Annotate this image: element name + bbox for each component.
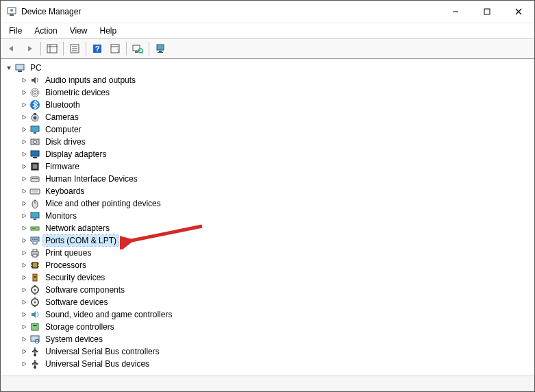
toolbar-separator: [86, 42, 86, 56]
expand-arrow-icon[interactable]: [20, 175, 28, 183]
expand-arrow-icon[interactable]: [20, 261, 28, 269]
svg-rect-19: [135, 51, 138, 53]
svg-point-83: [32, 351, 34, 352]
titlebar: Device Manager: [1, 1, 534, 23]
tree-node-cpu[interactable]: Processors: [2, 259, 534, 271]
tree-node-label: Mice and other pointing devices: [43, 198, 163, 209]
menu-file[interactable]: File: [3, 25, 27, 37]
expand-arrow-icon[interactable]: [20, 323, 28, 331]
tree-node-audio[interactable]: Audio inputs and outputs: [2, 74, 534, 86]
tree-node-usb[interactable]: Universal Serial Bus controllers: [2, 345, 534, 358]
tree-node-hid[interactable]: Human Interface Devices: [2, 173, 534, 185]
expand-arrow-icon[interactable]: [5, 64, 13, 72]
tree-node-label: Universal Serial Bus controllers: [43, 346, 162, 357]
toolbar-separator: [149, 42, 149, 56]
svg-rect-7: [47, 45, 57, 53]
expand-arrow-icon[interactable]: [20, 224, 28, 232]
expand-arrow-icon[interactable]: [20, 162, 28, 171]
monitor-icon: [29, 124, 40, 135]
back-button[interactable]: [3, 40, 20, 57]
svg-rect-44: [34, 178, 36, 179]
tree-node-keyboard[interactable]: Keyboards: [2, 185, 534, 197]
expand-arrow-icon[interactable]: [20, 88, 28, 97]
expand-arrow-icon[interactable]: [20, 273, 28, 282]
tree-node-label: Storage controllers: [43, 321, 116, 332]
tree-node-label: Firmware: [43, 161, 82, 172]
expand-arrow-icon[interactable]: [20, 298, 28, 306]
svg-rect-23: [159, 51, 162, 52]
scan-hardware-button[interactable]: [129, 40, 146, 57]
expand-arrow-icon[interactable]: [20, 310, 28, 319]
tree-node-camera[interactable]: Cameras: [2, 111, 534, 123]
expand-arrow-icon[interactable]: [20, 249, 28, 257]
toolbar-separator: [40, 42, 41, 56]
expand-arrow-icon[interactable]: [20, 187, 28, 195]
device-tree[interactable]: PCAudio inputs and outputsBiometric devi…: [1, 59, 534, 376]
menu-action[interactable]: Action: [29, 25, 62, 37]
expand-arrow-icon[interactable]: [20, 76, 28, 84]
expand-arrow-icon[interactable]: [20, 360, 28, 368]
tree-node-label: Security devices: [43, 272, 107, 283]
svg-rect-45: [36, 178, 38, 179]
tree-node-disk[interactable]: Disk drives: [2, 136, 534, 148]
usb-icon: [29, 346, 40, 357]
help-button[interactable]: ?: [89, 40, 105, 57]
expand-arrow-icon[interactable]: [20, 199, 28, 208]
tree-node-security[interactable]: Security devices: [2, 271, 534, 284]
forward-button[interactable]: [21, 40, 38, 57]
svg-rect-33: [34, 113, 36, 115]
tree-node-fingerprint[interactable]: Biometric devices: [2, 86, 534, 99]
tree-node-usb2[interactable]: Universal Serial Bus devices: [2, 358, 534, 370]
system-icon: [29, 334, 40, 345]
expand-arrow-icon[interactable]: [20, 113, 28, 121]
mouse-icon: [29, 198, 40, 209]
tree-node-port[interactable]: Ports (COM & LPT): [2, 234, 534, 247]
tree-node-label: Biometric devices: [43, 87, 112, 98]
tree-node-label: Universal Serial Bus devices: [43, 358, 151, 369]
tree-node-firmware[interactable]: Firmware: [2, 160, 534, 173]
tree-node-label: Software devices: [43, 297, 110, 308]
tree-node-network[interactable]: Network adapters: [2, 222, 534, 234]
svg-point-85: [34, 366, 36, 369]
expand-arrow-icon[interactable]: [20, 286, 28, 294]
expand-arrow-icon[interactable]: [20, 212, 28, 220]
svg-rect-38: [31, 151, 39, 156]
tree-node-sound[interactable]: Sound, video and game controllers: [2, 308, 534, 321]
close-button[interactable]: [503, 1, 534, 23]
minimize-button[interactable]: [440, 1, 471, 23]
toolbar-separator: [126, 42, 127, 56]
svg-point-28: [32, 90, 38, 95]
expand-arrow-icon[interactable]: [20, 236, 28, 245]
expand-arrow-icon[interactable]: [20, 138, 28, 146]
expand-arrow-icon[interactable]: [20, 150, 28, 158]
svg-point-2: [10, 9, 13, 12]
tree-node-software2[interactable]: Software devices: [2, 296, 534, 308]
tree-node-system[interactable]: System devices: [2, 333, 534, 345]
menu-help[interactable]: Help: [95, 25, 123, 37]
action-list-button[interactable]: [107, 40, 123, 57]
tree-node-mouse[interactable]: Mice and other pointing devices: [2, 197, 534, 210]
show-hide-tree-button[interactable]: [44, 40, 60, 57]
tree-node-display[interactable]: Display adapters: [2, 148, 534, 160]
expand-arrow-icon[interactable]: [20, 101, 28, 109]
expand-arrow-icon[interactable]: [20, 335, 28, 343]
expand-arrow-icon[interactable]: [20, 347, 28, 356]
tree-node-bluetooth[interactable]: Bluetooth: [2, 99, 534, 111]
tree-node-storage[interactable]: Storage controllers: [2, 321, 534, 333]
svg-point-86: [32, 363, 34, 365]
svg-rect-25: [16, 64, 24, 70]
menubar: File Action View Help: [1, 23, 534, 38]
menu-view[interactable]: View: [64, 25, 93, 37]
tree-root-node[interactable]: PC: [2, 62, 534, 74]
tree-node-printer[interactable]: Print queues: [2, 247, 534, 259]
properties-button[interactable]: [66, 40, 83, 57]
tree-node-monitor[interactable]: Computer: [2, 123, 534, 136]
maximize-button[interactable]: [471, 1, 503, 23]
expand-arrow-icon[interactable]: [20, 125, 28, 134]
tree-node-label: Cameras: [43, 112, 81, 123]
tree-node-monitor2[interactable]: Monitors: [2, 210, 534, 222]
tree-node-software[interactable]: Software components: [2, 284, 534, 296]
network-icon: [29, 223, 40, 234]
devices-and-printers-button[interactable]: [152, 40, 169, 57]
tree-node-label: Bluetooth: [43, 99, 82, 110]
